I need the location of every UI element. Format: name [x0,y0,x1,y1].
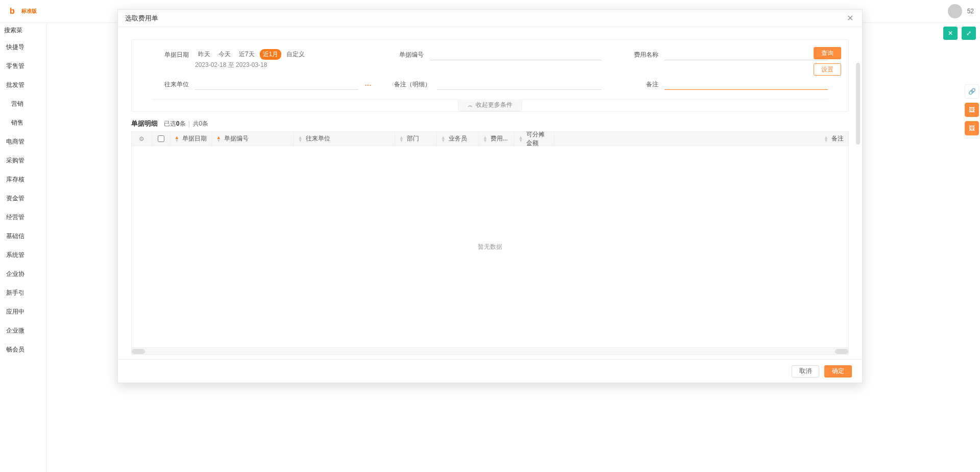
scroll-thumb-right[interactable] [835,349,848,354]
remark-detail-input[interactable] [437,79,601,90]
tot-suffix: 条 [202,120,208,127]
sel-suffix: 条 [180,120,186,127]
filter-party-label: 往来单位 [152,79,189,90]
settings-button[interactable]: 设置 [814,63,841,76]
modal-overlay: 选取费用单 ✕ 查询 设置 单据日期 昨天 今天 [0,0,980,472]
modal-header: 选取费用单 ✕ [118,10,862,27]
table-body: 暂无数据 [132,146,848,347]
vertical-scrollbar[interactable] [856,63,860,349]
date-quick-picks: 昨天 今天 近7天 近1月 自定义 [195,49,366,60]
party-input[interactable] [195,79,358,90]
sort-icon: ▲▼ [824,136,828,142]
detail-title: 单据明细 [131,119,158,128]
sort-icon: ▲▼ [298,136,303,142]
filter-remark: 备注 [622,79,828,90]
filter-collapse-bar: 收起更多条件 [152,99,828,111]
sort-icon: ▲▼ [441,136,446,142]
col-staff[interactable]: ▲▼业务员 [437,132,479,146]
col-select-all[interactable] [152,132,170,146]
scroll-thumb-left[interactable] [132,349,145,354]
col-remark[interactable]: ▲▼备注 [554,132,848,146]
fee-input[interactable] [665,49,828,60]
table-head: ⚙ ▲▼单据日期 ▲▼单据编号 ▲▼往来单位 ▲▼部门 ▲▼业务员 ▲▼费用..… [132,132,848,146]
filter-panel: 查询 设置 单据日期 昨天 今天 近7天 近1月 自定义 [131,39,849,112]
ok-button[interactable]: 确定 [824,365,852,377]
sort-icon: ▲▼ [216,136,221,142]
col-code[interactable]: ▲▼单据编号 [212,132,294,146]
sel-count: 0 [176,120,180,127]
filter-remark-detail: 备注（明细） [387,79,601,90]
fee-more-icon[interactable]: ··· [826,52,833,59]
col-label: 单据日期 [182,134,207,143]
col-label: 单据编号 [224,134,249,143]
horizontal-scrollbar[interactable] [132,347,848,355]
empty-state: 暂无数据 [478,243,502,251]
col-party[interactable]: ▲▼往来单位 [294,132,395,146]
date-quick-custom[interactable]: 自定义 [283,49,308,60]
col-fee[interactable]: ▲▼费用... [479,132,514,146]
gear-icon: ⚙ [139,135,144,143]
date-quick-7d[interactable]: 近7天 [236,49,258,60]
date-range-text: 2023-02-18 至 2023-03-18 [195,61,366,69]
filter-fee: 费用名称 ··· [622,49,828,69]
modal: 选取费用单 ✕ 查询 设置 单据日期 昨天 今天 [117,9,863,383]
modal-footer: 取消 确定 [118,359,862,383]
filter-remark-label: 备注 [622,79,658,90]
modal-title: 选取费用单 [125,14,158,23]
sort-icon: ▲▼ [483,136,487,142]
detail-summary: 已选0条 | 共0条 [164,120,208,128]
date-quick-yesterday[interactable]: 昨天 [195,49,213,60]
sort-icon: ▲▼ [399,136,404,142]
filter-date: 单据日期 昨天 今天 近7天 近1月 自定义 2023-02-18 至 2023… [152,49,366,69]
col-label: 部门 [407,134,419,143]
code-input[interactable] [430,49,601,60]
col-dept[interactable]: ▲▼部门 [395,132,437,146]
col-alloc[interactable]: ▲▼可分摊金额 [514,132,554,146]
date-quick-today[interactable]: 今天 [215,49,234,60]
col-label: 业务员 [449,134,467,143]
filter-remark-d-label: 备注（明细） [387,79,431,90]
tot-prefix: 共 [193,120,199,127]
detail-header: 单据明细 已选0条 | 共0条 [131,119,849,128]
filter-fee-label: 费用名称 [622,49,658,60]
col-date[interactable]: ▲▼单据日期 [170,132,212,146]
sort-icon: ▲▼ [175,136,179,142]
filter-party: 往来单位 ··· [152,79,366,90]
col-label: 可分摊金额 [526,130,550,148]
col-label: 往来单位 [306,134,330,143]
sel-prefix: 已选 [164,120,176,127]
col-label: 备注 [831,134,844,143]
close-icon[interactable]: ✕ [845,13,855,23]
collapse-toggle[interactable]: 收起更多条件 [458,99,522,111]
col-label: 费用... [491,134,508,143]
date-quick-1m[interactable]: 近1月 [260,49,282,60]
filter-code: 单据编号 [387,49,601,69]
select-all-checkbox[interactable] [158,135,164,142]
party-more-icon[interactable]: ··· [365,82,372,89]
table: ⚙ ▲▼单据日期 ▲▼单据编号 ▲▼往来单位 ▲▼部门 ▲▼业务员 ▲▼费用..… [131,131,849,355]
modal-body: 查询 设置 单据日期 昨天 今天 近7天 近1月 自定义 [118,27,862,359]
filter-date-label: 单据日期 [152,49,189,60]
cancel-button[interactable]: 取消 [792,365,819,377]
chevron-up-icon [468,101,473,109]
collapse-label: 收起更多条件 [476,101,512,109]
filter-code-label: 单据编号 [387,49,424,60]
sort-icon: ▲▼ [519,136,523,142]
remark-input[interactable] [665,79,828,90]
col-settings[interactable]: ⚙ [132,132,152,146]
sep-icon: | [188,120,190,127]
